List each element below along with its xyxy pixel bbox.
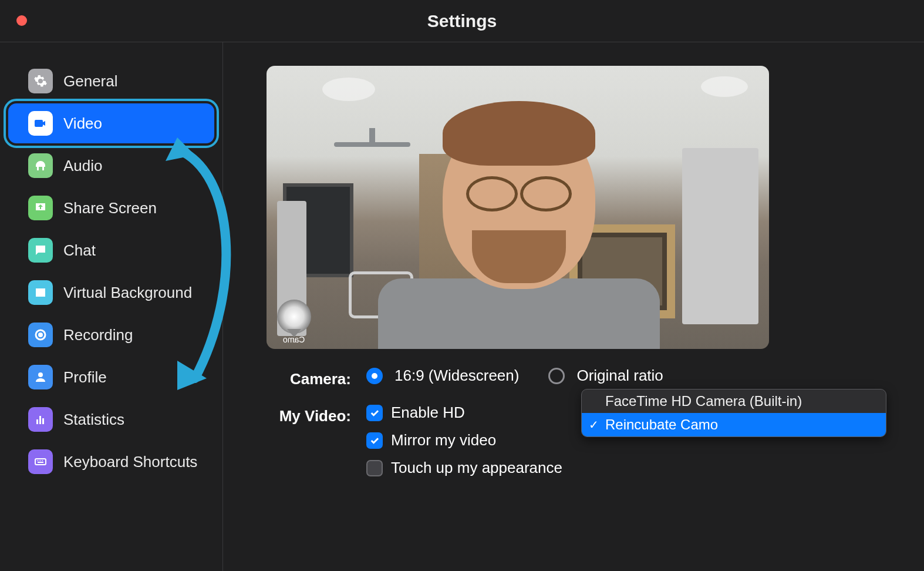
video-preview: Camo: [267, 66, 769, 349]
svg-point-1: [38, 332, 43, 337]
sidebar-item-profile[interactable]: Profile: [8, 357, 214, 397]
headphones-icon: [28, 153, 53, 178]
camera-option-facetime[interactable]: FaceTime HD Camera (Built-in): [582, 389, 886, 413]
sidebar-item-video[interactable]: Video: [8, 103, 214, 143]
sidebar-item-virtual-background[interactable]: Virtual Background: [8, 273, 214, 313]
mirror-video-label: Mirror my video: [391, 431, 496, 449]
sidebar-item-label: Keyboard Shortcuts: [63, 453, 197, 471]
touch-up-appearance-label: Touch up my appearance: [391, 459, 562, 477]
main-panel: Camo Camera: 16:9 (Widescreen) Original …: [223, 42, 924, 571]
sidebar-item-general[interactable]: General: [8, 61, 214, 101]
mirror-video-checkbox[interactable]: [366, 432, 383, 449]
scene-decor: [322, 78, 375, 101]
sidebar-item-recording[interactable]: Recording: [8, 315, 214, 355]
content: General Video Audio Share Screen Chat: [0, 42, 924, 571]
svg-point-2: [38, 372, 43, 377]
camera-option-label: FaceTime HD Camera (Built-in): [605, 393, 802, 409]
window-title: Settings: [0, 11, 924, 31]
record-icon: [28, 323, 53, 347]
person-card-icon: [28, 280, 53, 305]
sidebar-item-label: Profile: [63, 368, 107, 387]
camera-label: Camera:: [267, 367, 366, 388]
scene-decor: [466, 176, 572, 206]
camera-option-reincubate-camo[interactable]: ✓ Reincubate Camo: [582, 413, 886, 436]
scene-decor: [378, 278, 660, 349]
enable-hd-label: Enable HD: [391, 404, 465, 422]
camo-logo-icon: [277, 300, 311, 334]
sidebar-item-audio[interactable]: Audio: [8, 146, 214, 186]
aspect-ratio-widescreen-label: 16:9 (Widescreen): [394, 367, 519, 385]
chat-bubble-icon: [28, 238, 53, 263]
sidebar-item-statistics[interactable]: Statistics: [8, 399, 214, 439]
enable-hd-checkbox[interactable]: [366, 405, 383, 421]
keyboard-icon: [28, 449, 53, 474]
bar-chart-icon: [28, 407, 53, 432]
camera-option-label: Reincubate Camo: [605, 417, 718, 432]
aspect-ratio-widescreen-radio[interactable]: [366, 368, 383, 384]
video-camera-icon: [28, 111, 53, 136]
my-video-label: My Video:: [267, 404, 366, 425]
person-icon: [28, 365, 53, 389]
sidebar-item-keyboard-shortcuts[interactable]: Keyboard Shortcuts: [8, 442, 214, 482]
checkmark-icon: ✓: [589, 418, 599, 432]
sidebar-item-chat[interactable]: Chat: [8, 230, 214, 270]
scene-decor: [472, 230, 566, 283]
sidebar-item-share-screen[interactable]: Share Screen: [8, 188, 214, 228]
sidebar-item-label: Statistics: [63, 411, 124, 429]
scene-decor: [334, 142, 410, 147]
sidebar-item-label: Chat: [63, 241, 96, 260]
touch-up-appearance-checkbox[interactable]: [366, 460, 383, 476]
sidebar: General Video Audio Share Screen Chat: [0, 42, 223, 571]
sidebar-item-label: Share Screen: [63, 199, 157, 217]
scene-decor: [682, 148, 758, 324]
scene-decor: [701, 76, 748, 97]
camo-logo-text: Camo: [283, 335, 305, 344]
camera-watermark: Camo: [275, 300, 313, 344]
scene-decor: [443, 101, 595, 166]
titlebar: Settings: [0, 0, 924, 42]
camera-select-dropdown[interactable]: FaceTime HD Camera (Built-in) ✓ Reincuba…: [581, 389, 886, 437]
sidebar-item-label: General: [63, 72, 118, 90]
share-screen-icon: [28, 196, 53, 220]
sidebar-item-label: Audio: [63, 157, 103, 175]
aspect-ratio-original-label: Original ratio: [576, 367, 663, 385]
sidebar-item-label: Video: [63, 115, 102, 133]
sidebar-item-label: Recording: [63, 326, 133, 344]
gear-icon: [28, 69, 53, 93]
aspect-ratio-original-radio[interactable]: [548, 368, 565, 384]
sidebar-item-label: Virtual Background: [63, 284, 192, 302]
close-window-button[interactable]: [16, 15, 27, 26]
